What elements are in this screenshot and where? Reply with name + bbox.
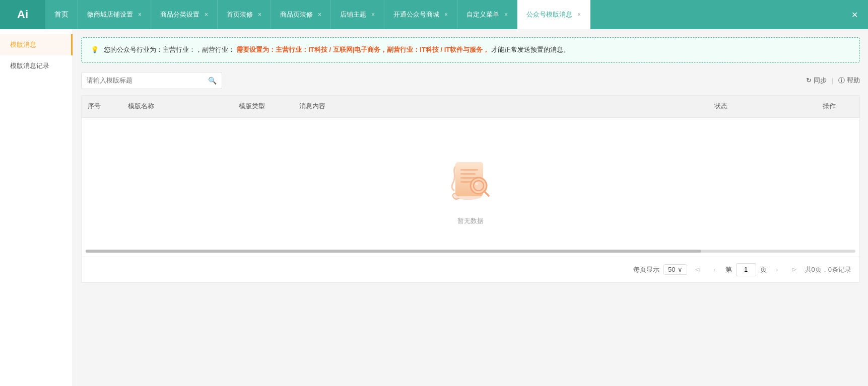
close-all-button[interactable]: ✕ [841, 0, 868, 29]
sidebar-item-template-msg-record[interactable]: 模版消息记录 [0, 55, 73, 76]
data-table: 序号 模版名称 模版类型 消息内容 状态 操作 [81, 95, 860, 283]
page-size-select[interactable]: 50 ∨ [663, 264, 687, 275]
close-tab-product-category[interactable]: × [205, 11, 208, 18]
horizontal-scrollbar[interactable] [82, 246, 859, 257]
svg-rect-4 [460, 173, 476, 175]
tab-home-decor[interactable]: 首页装修 × [218, 0, 271, 29]
sidebar-item-template-msg[interactable]: 模版消息 [0, 34, 73, 55]
page-size-value: 50 [668, 266, 675, 273]
tab-product-decor[interactable]: 商品页装修 × [271, 0, 331, 29]
notice-box: 💡 您的公众号行业为：主营行业：，副营行业： 需要设置为：主营行业：IT科技 /… [81, 37, 860, 63]
pagination: 每页显示 50 ∨ ⊲ ‹ 第 页 › ⊳ 共0页，0条记录 [82, 257, 859, 282]
tab-open-mall[interactable]: 开通公众号商城 × [384, 0, 457, 29]
close-tab-product-decor[interactable]: × [318, 11, 321, 18]
search-input[interactable] [87, 76, 208, 84]
next-page-button[interactable]: › [771, 263, 784, 276]
close-tab-shop-theme[interactable]: × [371, 11, 375, 18]
tab-product-category[interactable]: 商品分类设置 × [151, 0, 218, 29]
tab-shop-theme[interactable]: 店铺主题 × [331, 0, 384, 29]
th-action: 操作 [799, 102, 859, 111]
first-page-button[interactable]: ⊲ [691, 263, 704, 276]
tab-home[interactable]: 首页 [45, 0, 78, 29]
th-type: 模版类型 [233, 102, 293, 111]
empty-state: 暂无数据 [82, 118, 859, 246]
scrollbar-thumb[interactable] [86, 250, 701, 253]
page-di-label: 第 [725, 265, 732, 274]
nav-tabs: 首页 微商城店铺设置 × 商品分类设置 × 首页装修 × 商品页装修 × 店铺主… [45, 0, 841, 29]
toolbar-right: ↻ 同步 | ⓘ 帮助 [806, 76, 860, 85]
close-tab-template-msg[interactable]: × [577, 11, 581, 18]
th-seq: 序号 [82, 102, 122, 111]
page-size-label: 每页显示 [633, 265, 659, 274]
svg-line-9 [484, 191, 489, 196]
top-navbar: Ai 首页 微商城店铺设置 × 商品分类设置 × 首页装修 × 商品页装修 × … [0, 0, 868, 29]
total-records: 共0页，0条记录 [805, 265, 851, 274]
svg-rect-3 [460, 169, 478, 171]
help-button[interactable]: ⓘ 帮助 [838, 76, 860, 85]
page-layout: 模版消息 模版消息记录 💡 您的公众号行业为：主营行业：，副营行业： 需要设置为… [0, 29, 868, 386]
close-tab-open-mall[interactable]: × [444, 11, 448, 18]
sync-button[interactable]: ↻ 同步 [806, 76, 827, 85]
sidebar: 模版消息 模版消息记录 [0, 29, 73, 386]
app-logo: Ai [0, 0, 45, 29]
tab-template-msg[interactable]: 公众号模版消息 × [517, 0, 590, 29]
th-content: 消息内容 [293, 102, 708, 111]
empty-text: 暂无数据 [457, 216, 484, 225]
close-tab-wechat-shop[interactable]: × [138, 11, 142, 18]
th-status: 状态 [708, 102, 799, 111]
last-page-button[interactable]: ⊳ [788, 263, 801, 276]
close-tab-home-decor[interactable]: × [258, 11, 261, 18]
divider: | [832, 76, 833, 84]
table-header: 序号 模版名称 模版类型 消息内容 状态 操作 [82, 96, 859, 118]
lightbulb-icon: 💡 [91, 46, 99, 53]
page-unit-label: 页 [760, 265, 767, 274]
svg-point-10 [475, 182, 478, 185]
main-content: 💡 您的公众号行业为：主营行业：，副营行业： 需要设置为：主营行业：IT科技 /… [73, 29, 868, 386]
tab-custom-menu[interactable]: 自定义菜单 × [457, 0, 517, 29]
prev-page-button[interactable]: ‹ [708, 263, 721, 276]
chevron-down-icon: ∨ [678, 266, 683, 273]
search-input-wrap: 🔍 [81, 72, 222, 89]
close-tab-custom-menu[interactable]: × [504, 11, 508, 18]
search-icon[interactable]: 🔍 [208, 76, 217, 85]
th-name: 模版名称 [122, 102, 233, 111]
search-bar: 🔍 ↻ 同步 | ⓘ 帮助 [81, 72, 860, 89]
current-page-input[interactable] [736, 263, 756, 276]
tab-wechat-shop[interactable]: 微商城店铺设置 × [78, 0, 151, 29]
scrollbar-track[interactable] [86, 250, 855, 253]
empty-illustration [440, 148, 501, 208]
